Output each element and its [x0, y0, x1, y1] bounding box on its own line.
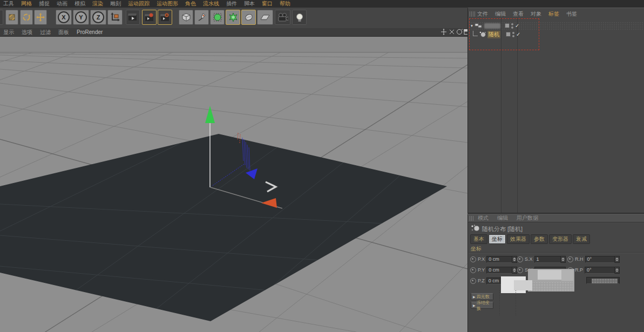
- rp-stepper[interactable]: [615, 267, 620, 274]
- tab-effector[interactable]: 效果器: [507, 234, 530, 244]
- anim-dot[interactable]: [470, 267, 476, 273]
- attribute-title: 随机分布 [随机]: [482, 225, 523, 233]
- environment-button[interactable]: [257, 10, 273, 25]
- orbit-icon: [457, 29, 463, 35]
- anim-dot[interactable]: [517, 256, 523, 262]
- menu-animate[interactable]: 动画: [57, 0, 67, 8]
- viewport-menu-prorender[interactable]: ProRender: [77, 29, 103, 35]
- main-menubar: 工具 网格 捕捉 动画 模拟 渲染 雕刻 运动跟踪 运动图形 角色 流水线 插件…: [0, 0, 644, 8]
- tab-basic[interactable]: 基本: [470, 234, 487, 244]
- deformer-button[interactable]: [241, 10, 256, 25]
- attribute-tabs: 基本 坐标 效果器 参数 变形器 衰减: [470, 234, 590, 244]
- menu-motion-track[interactable]: 运动跟踪: [128, 0, 150, 8]
- box-select-button[interactable]: [5, 10, 18, 25]
- menu-simulate[interactable]: 模拟: [74, 0, 85, 8]
- viewport-menu-options[interactable]: 选项: [22, 29, 32, 36]
- menu-pipeline[interactable]: 流水线: [203, 0, 219, 8]
- menu-tools[interactable]: 工具: [3, 0, 14, 8]
- coord-section-title: 坐标: [471, 245, 482, 253]
- light-bulb-icon: [295, 13, 304, 22]
- render-region-icon: [145, 13, 154, 22]
- am-menu-userdata[interactable]: 用户数据: [517, 214, 538, 222]
- move-tool-button[interactable]: [34, 10, 47, 25]
- coordinate-system-icon: [110, 12, 120, 22]
- object-manager-menubar: 文件 编辑 查看 对象 标签 书签: [469, 10, 644, 18]
- render-settings-button[interactable]: [158, 10, 172, 25]
- censor-block: [531, 282, 573, 292]
- axis-x-label: X: [58, 11, 70, 23]
- rh-stepper[interactable]: [615, 256, 620, 263]
- viewport-nav-icons: [440, 29, 467, 36]
- floor-icon: [260, 13, 270, 22]
- light-button[interactable]: [292, 10, 307, 25]
- menu-mograph[interactable]: 运动图形: [157, 0, 178, 8]
- om-menu-tags[interactable]: 标签: [548, 10, 559, 18]
- px-input[interactable]: 0 cm: [486, 256, 512, 263]
- render-region-button[interactable]: [142, 10, 157, 25]
- censor-block: [538, 270, 562, 280]
- cinema4d-window: 工具 网格 捕捉 动画 模拟 渲染 雕刻 运动跟踪 运动图形 角色 流水线 插件…: [0, 0, 644, 332]
- om-menu-objects[interactable]: 对象: [531, 10, 541, 18]
- add-cube-button[interactable]: [179, 10, 193, 25]
- viewport-menu-filter[interactable]: 过滤: [40, 29, 51, 36]
- viewport-menu-panel[interactable]: 面板: [58, 29, 69, 36]
- axis-lock-x-button[interactable]: X: [56, 10, 72, 25]
- pen-icon: [197, 12, 207, 22]
- dotted-guide: [516, 290, 516, 315]
- tab-falloff[interactable]: 衰减: [573, 234, 590, 244]
- viewport-menu-display[interactable]: 显示: [3, 29, 14, 36]
- collapse-arrow-icon: ▶: [473, 295, 476, 299]
- menu-help[interactable]: 帮助: [280, 0, 290, 8]
- sx-stepper[interactable]: [561, 256, 566, 263]
- anim-dot[interactable]: [517, 267, 523, 273]
- menu-render[interactable]: 渲染: [92, 0, 103, 8]
- tab-deformer[interactable]: 变形器: [549, 234, 572, 244]
- effector-icon: [228, 12, 238, 22]
- subdivision-surface-icon: [213, 12, 222, 22]
- tab-coord[interactable]: 坐标: [489, 234, 506, 244]
- field-py: P.Y 0 cm: [470, 266, 517, 274]
- camera-button[interactable]: [275, 10, 290, 25]
- rh-input[interactable]: 0°: [585, 256, 615, 263]
- menu-plugins[interactable]: 插件: [226, 0, 237, 8]
- zoom-icon: [450, 30, 454, 34]
- viewport-3d[interactable]: [0, 37, 467, 332]
- om-menu-file[interactable]: 文件: [477, 10, 488, 18]
- menu-character[interactable]: 角色: [185, 0, 196, 8]
- anim-dot[interactable]: [470, 256, 476, 262]
- om-menu-edit[interactable]: 编辑: [495, 10, 506, 18]
- am-menu-edit[interactable]: 编辑: [497, 214, 508, 222]
- axis-lock-z-button[interactable]: Z: [90, 10, 106, 25]
- menu-script[interactable]: 脚本: [244, 0, 255, 8]
- menu-sculpt[interactable]: 雕刻: [110, 0, 121, 8]
- py-stepper[interactable]: [512, 267, 517, 274]
- rp-input[interactable]: 0°: [585, 267, 615, 274]
- group-freeze-button[interactable]: ▶ 冻结变换: [471, 302, 493, 309]
- rotate-tool-button[interactable]: [20, 10, 33, 25]
- render-view-icon: [128, 13, 138, 22]
- om-menu-bookmarks[interactable]: 书签: [566, 10, 577, 18]
- anim-dot[interactable]: [567, 256, 573, 262]
- py-input[interactable]: 0 cm: [486, 267, 512, 274]
- sx-input[interactable]: 1: [534, 256, 561, 263]
- om-menu-view[interactable]: 查看: [513, 10, 524, 18]
- cube-icon: [181, 12, 191, 22]
- menu-window[interactable]: 窗口: [262, 0, 273, 8]
- axis-z-label: Z: [92, 11, 104, 23]
- am-menu-mode[interactable]: 模式: [478, 214, 489, 222]
- tab-parameter[interactable]: 参数: [531, 234, 548, 244]
- subdivision-surface-button[interactable]: [210, 10, 225, 25]
- main-toolbar: X Y Z: [0, 8, 467, 29]
- anim-dot[interactable]: [470, 278, 476, 284]
- px-stepper[interactable]: [512, 256, 517, 263]
- menu-snap[interactable]: 捕捉: [39, 0, 50, 8]
- menu-mesh[interactable]: 网格: [21, 0, 32, 8]
- mograph-effector-button[interactable]: [226, 10, 240, 25]
- coordinate-system-button[interactable]: [107, 10, 123, 25]
- pan-icon: [441, 29, 446, 35]
- render-view-button[interactable]: [126, 10, 140, 25]
- partial-tool-button[interactable]: [0, 10, 3, 25]
- attribute-manager-grip[interactable]: [470, 216, 474, 221]
- axis-lock-y-button[interactable]: Y: [73, 10, 89, 25]
- draw-spline-button[interactable]: [194, 10, 209, 25]
